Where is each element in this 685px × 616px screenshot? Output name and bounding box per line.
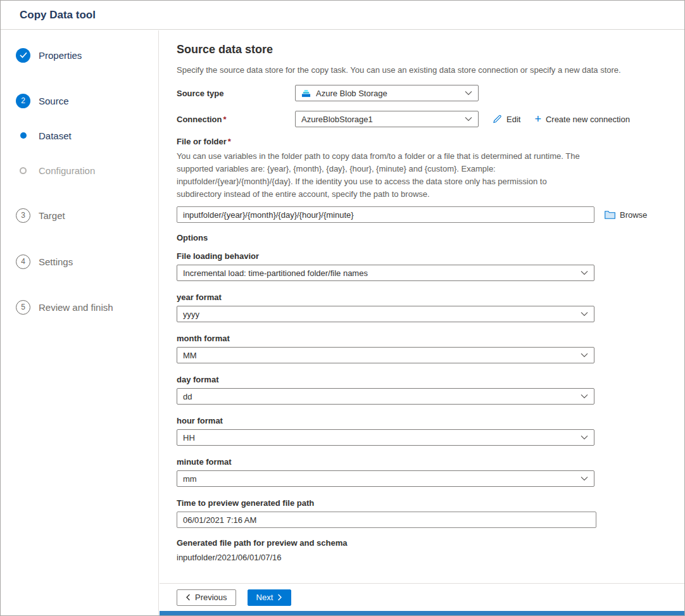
source-type-value: Azure Blob Storage [316,89,460,98]
year-format-value: yyyy [183,310,575,319]
minute-format-group: minute format mm [177,457,684,487]
browse-button[interactable]: Browse [605,210,647,220]
create-new-connection-link[interactable]: + Create new connection [534,113,630,125]
active-substep-dot [20,132,27,139]
chevron-down-icon [581,311,588,317]
step-number-circle: 4 [16,255,30,269]
time-preview-label: Time to preview generated file path [177,498,684,508]
header: Copy Data tool [1,1,684,30]
wizard-footer: Previous Next [160,583,684,611]
file-loading-behavior-dropdown[interactable]: Incremental load: time-partitioned folde… [177,265,594,281]
wizard-stepper: Properties 2 Source Dataset Configuratio… [1,30,159,615]
main-content: Source data store Specify the source dat… [160,30,684,583]
step-complete-circle [16,48,30,63]
source-type-dropdown[interactable]: Azure Blob Storage [295,85,479,101]
step-properties[interactable]: Properties [16,47,82,63]
chevron-down-icon [465,91,472,96]
generated-path-label: Generated file path for preview and sche… [177,538,684,548]
step-number-circle: 2 [16,94,30,108]
edit-link-label: Edit [506,115,520,124]
time-preview-input[interactable] [177,512,596,528]
browse-label: Browse [620,210,647,220]
file-or-folder-input[interactable] [177,206,594,223]
file-loading-behavior-label: File loading behavior [177,251,684,261]
substep-dataset[interactable]: Dataset [16,128,72,143]
year-format-group: year format yyyy [177,292,684,322]
month-format-dropdown[interactable]: MM [177,347,594,363]
next-button-label: Next [256,593,273,602]
minute-format-value: mm [183,474,575,484]
substep-label-dataset: Dataset [39,130,72,141]
day-format-value: dd [183,392,575,401]
file-or-folder-input-row: Browse [177,206,684,223]
minute-format-dropdown[interactable]: mm [177,470,594,487]
pencil-icon [493,115,502,124]
edit-connection-link[interactable]: Edit [493,115,520,124]
generated-path-value: inputfolder/2021/06/01/07/16 [177,553,684,562]
chevron-down-icon [581,435,588,440]
file-or-folder-help-text: You can use variables in the folder path… [177,150,582,201]
chevron-down-icon [581,476,588,481]
connection-row: Connection* AzureBlobStorage1 Edit + Cre… [177,111,684,127]
substep-label-configuration: Configuration [39,165,95,176]
minute-format-label: minute format [177,457,684,467]
hour-format-label: hour format [177,416,684,425]
step-source[interactable]: 2 Source [16,93,69,108]
month-format-value: MM [183,351,575,360]
create-link-label: Create new connection [546,115,630,124]
hour-format-value: HH [183,433,575,443]
next-button[interactable]: Next [248,589,292,606]
day-format-dropdown[interactable]: dd [177,388,594,405]
step-settings[interactable]: 4 Settings [16,254,73,269]
previous-button-label: Previous [195,593,227,602]
file-loading-behavior-value: Incremental load: time-partitioned folde… [183,268,575,278]
source-type-row: Source type Azure Blob Storage [177,85,684,101]
options-heading: Options [177,233,684,242]
connection-dropdown[interactable]: AzureBlobStorage1 [295,111,479,127]
chevron-down-icon [581,353,588,358]
month-format-label: month format [177,334,684,343]
hour-format-group: hour format HH [177,416,684,446]
step-label-settings: Settings [39,256,73,267]
azure-blob-storage-icon [301,89,311,98]
step-number-circle: 5 [16,300,30,315]
chevron-right-icon [277,594,282,601]
bottom-accent-bar [160,611,684,615]
year-format-dropdown[interactable]: yyyy [177,306,594,322]
hour-format-dropdown[interactable]: HH [177,429,594,446]
day-format-group: day format dd [177,375,684,405]
file-loading-behavior-group: File loading behavior Incremental load: … [177,251,684,281]
required-asterisk: * [228,137,231,146]
file-or-folder-label: File or folder* [177,137,684,146]
day-format-label: day format [177,375,684,384]
check-icon [20,52,27,58]
chevron-down-icon [465,116,472,122]
chevron-down-icon [581,394,588,399]
year-format-label: year format [177,292,684,302]
step-label-review: Review and finish [39,302,113,313]
substep-configuration[interactable]: Configuration [16,163,95,178]
required-asterisk: * [223,115,227,124]
step-review-and-finish[interactable]: 5 Review and finish [16,299,113,315]
substep-dot-wrap [16,132,30,139]
section-description: Specify the source data store for the co… [177,65,684,75]
previous-button[interactable]: Previous [177,589,236,606]
page-title: Copy Data tool [20,9,96,22]
connection-value: AzureBlobStorage1 [301,115,460,124]
pending-substep-dot [20,167,27,174]
section-title: Source data store [177,43,684,56]
chevron-left-icon [185,594,191,601]
step-label-properties: Properties [39,50,82,61]
step-target[interactable]: 3 Target [16,208,65,223]
plus-icon: + [534,113,541,125]
folder-icon [605,211,615,219]
step-label-source: Source [39,96,69,106]
connection-label: Connection* [177,115,295,124]
source-type-label: Source type [177,89,295,98]
chevron-down-icon [581,270,588,275]
step-number-circle: 3 [16,208,30,223]
month-format-group: month format MM [177,334,684,363]
time-preview-group: Time to preview generated file path [177,498,684,528]
copy-data-tool-window: Copy Data tool Properties 2 Source Datas… [0,0,685,616]
substep-dot-wrap [16,167,30,174]
